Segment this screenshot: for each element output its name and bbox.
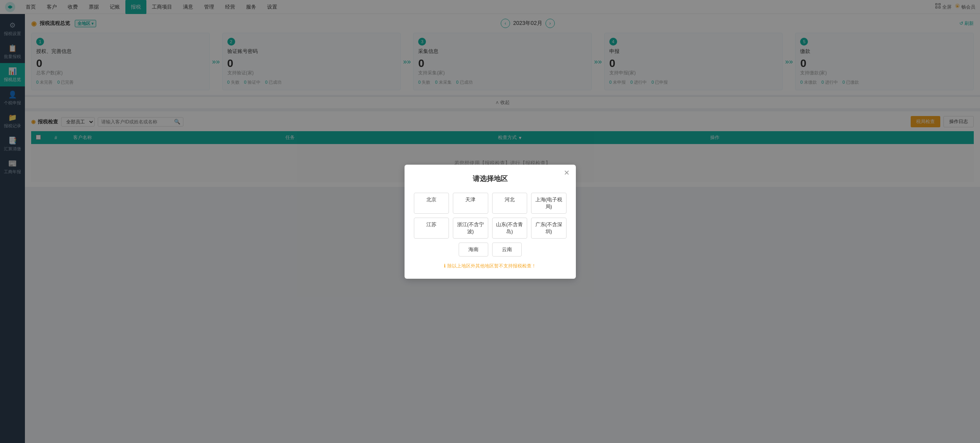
modal-warning: ℹ 除以上地区外其他地区暂不支持报税检查！ — [414, 263, 567, 269]
region-row3: 海南云南 — [414, 243, 567, 257]
region-btn-广东(不含深圳)[interactable]: 广东(不含深圳) — [531, 218, 567, 239]
warning-text: 除以上地区外其他地区暂不支持报税检查！ — [447, 263, 536, 269]
region-btn-海南[interactable]: 海南 — [459, 243, 488, 257]
region-btn-北京[interactable]: 北京 — [414, 193, 449, 214]
region-btn-上海(电子税局)[interactable]: 上海(电子税局) — [531, 193, 567, 214]
modal-overlay: 请选择地区 ✕ 北京天津河北上海(电子税局) 江苏浙江(不含宁波)山东(不含青岛… — [0, 0, 980, 443]
region-btn-河北[interactable]: 河北 — [492, 193, 528, 214]
modal-title: 请选择地区 — [414, 174, 567, 183]
modal-close-btn[interactable]: ✕ — [564, 169, 570, 176]
region-select-modal: 请选择地区 ✕ 北京天津河北上海(电子税局) 江苏浙江(不含宁波)山东(不含青岛… — [405, 165, 576, 279]
region-btn-山东(不含青岛)[interactable]: 山东(不含青岛) — [492, 218, 528, 239]
region-row1: 北京天津河北上海(电子税局) — [414, 193, 567, 214]
region-btn-天津[interactable]: 天津 — [453, 193, 488, 214]
region-btn-云南[interactable]: 云南 — [492, 243, 522, 257]
warning-icon: ℹ — [444, 263, 446, 269]
region-btn-江苏[interactable]: 江苏 — [414, 218, 449, 239]
region-btn-浙江(不含宁波)[interactable]: 浙江(不含宁波) — [453, 218, 488, 239]
region-row2: 江苏浙江(不含宁波)山东(不含青岛)广东(不含深圳) — [414, 218, 567, 239]
